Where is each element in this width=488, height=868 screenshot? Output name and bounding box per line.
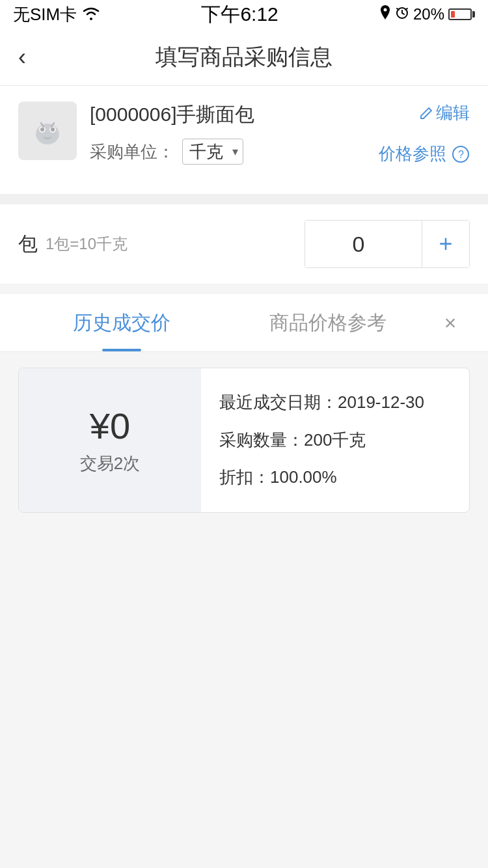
location-icon	[379, 5, 391, 23]
product-name: [0000006]手撕面包	[90, 102, 254, 128]
battery-icon	[448, 8, 475, 20]
discount-value: 100.00%	[270, 467, 337, 487]
status-bar: 无SIM卡 下午6:12 20%	[0, 0, 488, 29]
svg-point-2	[36, 124, 59, 144]
tab-product-price-ref-label: 商品价格参考	[269, 310, 386, 336]
edit-button[interactable]: 编辑	[419, 102, 470, 124]
price-transactions: 交易2次	[80, 452, 140, 475]
quantity-input[interactable]	[305, 221, 422, 267]
product-card: [0000006]手撕面包 采购单位： 千克 ▾ 编辑	[0, 86, 488, 194]
svg-point-0	[383, 8, 386, 12]
price-ref-button[interactable]: 价格参照 ?	[379, 142, 470, 165]
carrier-text: 无SIM卡	[13, 3, 77, 26]
recent-date-value: 2019-12-30	[338, 392, 424, 412]
svg-text:?: ?	[458, 149, 464, 160]
battery-percent: 20%	[413, 5, 444, 23]
unit-label: 采购单位：	[90, 141, 174, 163]
tab-indicator	[102, 349, 141, 351]
price-amount: ¥0	[90, 405, 130, 447]
product-info: [0000006]手撕面包 采购单位： 千克 ▾	[90, 102, 254, 165]
product-thumbnail	[18, 102, 77, 160]
discount-row: 折扣：100.00%	[219, 464, 451, 491]
time-display: 下午6:12	[201, 1, 278, 28]
price-card-left: ¥0 交易2次	[19, 368, 201, 512]
price-card: ¥0 交易2次 最近成交日期：2019-12-30 采购数量：200千克 折扣：…	[18, 368, 470, 513]
tab-close-button[interactable]: ×	[431, 294, 470, 351]
price-value: 0	[110, 405, 130, 446]
quantity-input-group: +	[305, 220, 470, 268]
quantity-label: 包 1包=10千克	[18, 231, 128, 258]
status-left: 无SIM卡	[13, 3, 100, 26]
unit-select[interactable]: 千克	[182, 139, 243, 165]
section-divider	[0, 194, 488, 204]
tabs-container: 历史成交价 商品价格参考 ×	[0, 294, 488, 352]
product-header: [0000006]手撕面包 采购单位： 千克 ▾ 编辑	[18, 102, 470, 165]
wifi-icon	[82, 5, 100, 25]
unit-select-wrapper[interactable]: 千克 ▾	[182, 139, 243, 165]
quantity-detail-value: 200千克	[304, 430, 366, 450]
thumbnail-svg	[28, 111, 67, 150]
quantity-row: 包 1包=10千克 +	[0, 204, 488, 284]
discount-label: 折扣：	[219, 467, 270, 487]
help-icon: ?	[452, 145, 470, 163]
tab-history-price[interactable]: 历史成交价	[18, 294, 224, 351]
price-card-container: ¥0 交易2次 最近成交日期：2019-12-30 采购数量：200千克 折扣：…	[0, 352, 488, 528]
product-left: [0000006]手撕面包 采购单位： 千克 ▾	[18, 102, 254, 165]
svg-point-6	[51, 128, 55, 131]
price-card-right: 最近成交日期：2019-12-30 采购数量：200千克 折扣：100.00%	[201, 368, 469, 512]
nav-bar: ‹ 填写商品采购信息	[0, 29, 488, 86]
product-right: 编辑 价格参照 ?	[379, 102, 470, 165]
edit-icon	[419, 106, 433, 120]
product-title: 手撕面包	[176, 103, 254, 125]
alarm-icon	[395, 5, 409, 23]
tab-history-price-label: 历史成交价	[73, 310, 170, 336]
pkg-sub: 1包=10千克	[46, 234, 128, 254]
price-ref-row: 价格参照 ?	[379, 142, 470, 165]
page-title: 填写商品采购信息	[156, 42, 332, 72]
recent-date-row: 最近成交日期：2019-12-30	[219, 389, 451, 416]
recent-date-label: 最近成交日期：	[219, 392, 338, 412]
product-id: [0000006]	[90, 103, 176, 125]
tab-product-price-ref[interactable]: 商品价格参考	[224, 294, 431, 351]
quantity-plus-button[interactable]: +	[422, 221, 469, 267]
back-button[interactable]: ‹	[18, 44, 26, 71]
price-currency: ¥	[90, 405, 110, 446]
product-unit-row: 采购单位： 千克 ▾	[90, 139, 254, 165]
quantity-row-detail: 采购数量：200千克	[219, 427, 451, 454]
main-content	[0, 528, 488, 868]
svg-point-5	[40, 128, 44, 131]
status-right: 20%	[379, 5, 475, 23]
pkg-label: 包	[18, 231, 38, 258]
quantity-detail-label: 采购数量：	[219, 430, 304, 450]
